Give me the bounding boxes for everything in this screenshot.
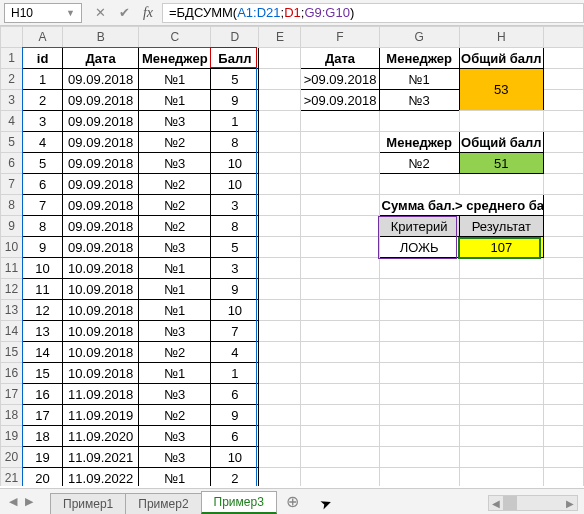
cell[interactable]: Менеджер bbox=[379, 132, 459, 153]
cell[interactable]: №2 bbox=[139, 174, 211, 195]
cell[interactable]: Дата bbox=[63, 48, 139, 69]
cell[interactable]: 09.09.2018 bbox=[63, 69, 139, 90]
cell[interactable] bbox=[259, 132, 301, 153]
col-header-H[interactable]: H bbox=[459, 27, 543, 48]
cell[interactable] bbox=[459, 321, 543, 342]
row-header[interactable]: 4 bbox=[1, 111, 23, 132]
cell[interactable]: №1 bbox=[139, 363, 211, 384]
cell[interactable] bbox=[543, 468, 583, 487]
cell[interactable] bbox=[259, 279, 301, 300]
cell[interactable] bbox=[543, 132, 583, 153]
cell[interactable]: Результат bbox=[459, 216, 543, 237]
cell[interactable]: №2 bbox=[379, 153, 459, 174]
cell[interactable]: №2 bbox=[139, 195, 211, 216]
cell[interactable]: №1 bbox=[139, 69, 211, 90]
cell[interactable] bbox=[459, 363, 543, 384]
scroll-thumb[interactable] bbox=[503, 496, 517, 510]
cell[interactable]: №3 bbox=[139, 237, 211, 258]
cell[interactable]: 2 bbox=[211, 468, 259, 487]
cell[interactable]: №2 bbox=[139, 132, 211, 153]
cell[interactable]: 12 bbox=[23, 300, 63, 321]
scroll-right-icon[interactable]: ▶ bbox=[563, 498, 577, 509]
cell[interactable] bbox=[259, 216, 301, 237]
cell[interactable]: №1 bbox=[139, 468, 211, 487]
cell[interactable]: Общий балл bbox=[459, 48, 543, 69]
cell[interactable]: 4 bbox=[23, 132, 63, 153]
cell[interactable]: 11.09.2018 bbox=[63, 384, 139, 405]
row-header[interactable]: 21 bbox=[1, 468, 23, 487]
col-header-A[interactable]: A bbox=[23, 27, 63, 48]
cell[interactable] bbox=[543, 216, 583, 237]
cell[interactable]: 9 bbox=[211, 279, 259, 300]
cell[interactable] bbox=[259, 342, 301, 363]
cell[interactable]: Дата bbox=[301, 48, 379, 69]
sheet-tab[interactable]: Пример2 bbox=[125, 493, 201, 514]
cell[interactable] bbox=[301, 195, 379, 216]
row-header[interactable]: 15 bbox=[1, 342, 23, 363]
cell[interactable]: 11.09.2020 bbox=[63, 426, 139, 447]
cell[interactable]: Общий балл bbox=[459, 132, 543, 153]
row-header[interactable]: 9 bbox=[1, 216, 23, 237]
cell[interactable] bbox=[301, 174, 379, 195]
row-header[interactable]: 3 bbox=[1, 90, 23, 111]
cell[interactable] bbox=[543, 405, 583, 426]
cell[interactable] bbox=[459, 405, 543, 426]
name-box-dropdown-icon[interactable]: ▼ bbox=[66, 8, 75, 18]
cell[interactable]: №3 bbox=[139, 447, 211, 468]
cell[interactable] bbox=[543, 48, 583, 69]
cell[interactable]: 10 bbox=[211, 447, 259, 468]
row-header[interactable]: 19 bbox=[1, 426, 23, 447]
cell[interactable] bbox=[459, 111, 543, 132]
cell[interactable] bbox=[459, 174, 543, 195]
new-sheet-icon[interactable]: ⊕ bbox=[276, 492, 309, 511]
cell[interactable] bbox=[259, 363, 301, 384]
cell[interactable] bbox=[301, 111, 379, 132]
spreadsheet-grid[interactable]: A B C D E F G H 1 id Дата Менеджер Балл … bbox=[0, 26, 584, 486]
accept-icon[interactable]: ✔ bbox=[114, 3, 134, 23]
cell[interactable]: 11 bbox=[23, 279, 63, 300]
cell[interactable]: №3 bbox=[379, 90, 459, 111]
cell[interactable]: 17 bbox=[23, 405, 63, 426]
cell[interactable]: 09.09.2018 bbox=[63, 132, 139, 153]
cell-total-1[interactable]: 53 bbox=[459, 69, 543, 111]
cell[interactable]: 15 bbox=[23, 363, 63, 384]
cell[interactable] bbox=[259, 447, 301, 468]
cell[interactable] bbox=[259, 174, 301, 195]
cell[interactable]: 10 bbox=[211, 153, 259, 174]
cell[interactable] bbox=[459, 258, 543, 279]
cell-total-2[interactable]: 51 bbox=[459, 153, 543, 174]
cell[interactable]: 09.09.2018 bbox=[63, 216, 139, 237]
row-header[interactable]: 7 bbox=[1, 174, 23, 195]
col-header-I[interactable] bbox=[543, 27, 583, 48]
cell[interactable]: 4 bbox=[211, 342, 259, 363]
cell[interactable] bbox=[459, 426, 543, 447]
cell[interactable]: 5 bbox=[23, 153, 63, 174]
row-header[interactable]: 16 bbox=[1, 363, 23, 384]
cell[interactable]: >09.09.2018 bbox=[301, 69, 379, 90]
cell[interactable] bbox=[543, 426, 583, 447]
cell[interactable]: 11.09.2019 bbox=[63, 405, 139, 426]
cell[interactable]: 9 bbox=[211, 405, 259, 426]
cell[interactable]: 9 bbox=[211, 90, 259, 111]
cell[interactable] bbox=[259, 111, 301, 132]
cell[interactable]: 8 bbox=[23, 216, 63, 237]
cell[interactable] bbox=[543, 342, 583, 363]
cell[interactable] bbox=[259, 153, 301, 174]
cell[interactable]: 6 bbox=[23, 174, 63, 195]
cell[interactable]: 10.09.2018 bbox=[63, 321, 139, 342]
cell[interactable] bbox=[301, 216, 379, 237]
cell[interactable]: 1 bbox=[211, 111, 259, 132]
cell[interactable] bbox=[543, 300, 583, 321]
cell[interactable] bbox=[301, 363, 379, 384]
cell[interactable]: 9 bbox=[23, 237, 63, 258]
cell[interactable]: 10.09.2018 bbox=[63, 279, 139, 300]
cell[interactable]: Критерий bbox=[379, 216, 459, 237]
cell[interactable]: №1 bbox=[139, 90, 211, 111]
cell[interactable]: №2 bbox=[139, 405, 211, 426]
cell[interactable] bbox=[543, 111, 583, 132]
cell[interactable]: №3 bbox=[139, 153, 211, 174]
cell[interactable]: №1 bbox=[379, 69, 459, 90]
cancel-icon[interactable]: ✕ bbox=[90, 3, 110, 23]
row-header[interactable]: 20 bbox=[1, 447, 23, 468]
cell[interactable]: 11.09.2022 bbox=[63, 468, 139, 487]
